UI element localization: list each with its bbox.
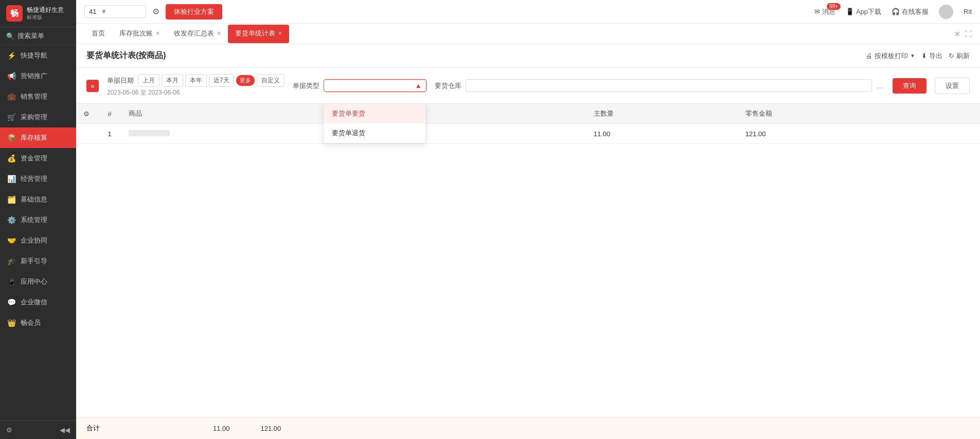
trial-button[interactable]: 体验行业方案	[166, 4, 222, 20]
table-area: ⚙ # 商品 主计量单位 主数量 零售金额 1	[76, 104, 980, 417]
sidebar-item-quick-nav[interactable]: ⚡ 快捷导航	[0, 45, 76, 66]
sidebar-item-basics[interactable]: 🗂️ 基础信息	[0, 189, 76, 210]
last-7days-btn[interactable]: 近7天	[209, 74, 234, 87]
row-num: 1	[97, 124, 122, 144]
operations-icon: 📊	[6, 174, 16, 184]
topbar-left: 41 ▼ ⚙ 体验行业方案	[84, 4, 222, 20]
col-extra-header	[922, 104, 980, 124]
app-icon: 📱	[846, 8, 854, 15]
tab-label: 首页	[92, 29, 105, 38]
search-menu[interactable]: 🔍 搜索菜单	[0, 27, 76, 45]
search-label: 搜索菜单	[17, 31, 44, 41]
logo-icon: 畅	[6, 5, 23, 22]
settings-icon[interactable]: ⚙	[6, 426, 12, 434]
page-header: 要货单统计表(按商品) 🖨 按模板打印 ▼ ⬇ 导出 ↻ 刷新	[76, 44, 980, 68]
sidebar-item-enterprise[interactable]: 🤝 企业协同	[0, 230, 76, 251]
col-amount-header: 零售金额	[739, 104, 922, 124]
expand-window-icon[interactable]: ⛶	[965, 30, 972, 38]
sidebar-item-label: 库存核算	[21, 133, 47, 142]
page-title: 要货单统计表(按商品)	[86, 50, 166, 61]
sidebar-item-operations[interactable]: 📊 经营管理	[0, 169, 76, 189]
tab-home[interactable]: 首页	[84, 25, 112, 43]
more-dates-btn[interactable]: 更多	[236, 75, 255, 86]
topbar-right: ✉ 消息 99+ 📱 App下载 🎧 在线客服 Rit	[814, 5, 972, 19]
logo-name: 畅捷通好生意	[27, 6, 64, 14]
refresh-btn[interactable]: ↻ 刷新	[949, 51, 970, 61]
table-body: 1 块 11.00 121.00	[76, 124, 980, 144]
more-filter-icon[interactable]: …	[876, 81, 884, 90]
type-select-dropdown[interactable]: ▲	[324, 79, 426, 92]
date-range-display: 2023-05-06 至 2023-06-06	[107, 88, 284, 97]
close-window-icon[interactable]: ✕	[954, 30, 960, 38]
col-quantity-header: 主数量	[587, 104, 739, 124]
sidebar-item-finance[interactable]: 💰 资金管理	[0, 148, 76, 169]
sidebar-nav: ⚡ 快捷导航 📢 营销推广 💼 销售管理 🛒 采购管理 📦 库存核算 💰 资金管…	[0, 45, 76, 420]
chevron-down-icon: ▼	[100, 8, 107, 15]
marketing-icon: 📢	[6, 71, 16, 81]
chevron-up-icon: ▲	[415, 82, 422, 89]
dropdown-item-return[interactable]: 要货单退货	[324, 123, 425, 143]
online-service-btn[interactable]: 🎧 在线客服	[892, 7, 929, 16]
tab-close-icon[interactable]: ×	[278, 30, 282, 37]
tab-receive-summary[interactable]: 收发存汇总表 ×	[167, 25, 228, 43]
this-month-btn[interactable]: 本月	[162, 74, 183, 87]
company-name: 41	[89, 8, 96, 15]
expand-filter-btn[interactable]: »	[86, 80, 99, 92]
tab-close-icon[interactable]: ×	[156, 30, 159, 37]
this-year-btn[interactable]: 本年	[185, 74, 207, 87]
dropdown-item-order[interactable]: 要货单要货	[324, 104, 425, 123]
total-label: 合计	[86, 424, 100, 433]
print-icon: 🖨	[866, 52, 872, 60]
sidebar-item-guide[interactable]: 🎓 新手引导	[0, 251, 76, 271]
service-icon: 🎧	[892, 8, 900, 15]
sidebar-item-marketing[interactable]: 📢 营销推广	[0, 66, 76, 86]
company-selector[interactable]: 41 ▼	[84, 5, 146, 18]
last-month-btn[interactable]: 上月	[138, 74, 159, 87]
purchase-icon: 🛒	[6, 112, 16, 122]
tab-close-icon[interactable]: ×	[217, 30, 221, 37]
warehouse-input[interactable]	[466, 79, 872, 92]
data-table: ⚙ # 商品 主计量单位 主数量 零售金额 1	[76, 104, 980, 144]
sidebar-item-purchase[interactable]: 🛒 采购管理	[0, 107, 76, 127]
sidebar-item-app-center[interactable]: 📱 应用中心	[0, 271, 76, 292]
online-service-label: 在线客服	[902, 7, 929, 16]
type-filter-group: 单据类型 ▲	[293, 79, 426, 92]
query-button[interactable]: 查询	[893, 78, 926, 94]
tab-label: 收发存汇总表	[174, 29, 214, 38]
sidebar-item-wechat[interactable]: 💬 企业微信	[0, 292, 76, 313]
wechat-icon: 💬	[6, 297, 16, 307]
col-settings-header[interactable]: ⚙	[76, 104, 97, 124]
app-logo: 畅 畅捷通好生意 标准版	[0, 0, 76, 27]
print-btn[interactable]: 🖨 按模板打印 ▼	[866, 51, 915, 61]
guide-icon: 🎓	[6, 256, 16, 266]
total-row: 合计 11.00 121.00	[76, 417, 980, 439]
sidebar-item-inventory[interactable]: 📦 库存核算	[0, 127, 76, 148]
export-btn[interactable]: ⬇ 导出	[921, 51, 942, 61]
custom-date-btn[interactable]: 自定义	[257, 74, 284, 87]
tab-label: 库存批次账	[119, 29, 153, 38]
tab-batch-account[interactable]: 库存批次账 ×	[112, 25, 167, 43]
sidebar-item-member[interactable]: 👑 畅会员	[0, 313, 76, 333]
sidebar-item-sales[interactable]: 💼 销售管理	[0, 86, 76, 107]
table-row: 1 块 11.00 121.00	[76, 124, 980, 144]
user-avatar[interactable]	[939, 5, 953, 19]
tab-order-stats[interactable]: 要货单统计表 ×	[228, 25, 289, 43]
setup-button[interactable]: 设置	[935, 78, 970, 94]
app-download-btn[interactable]: 📱 App下载	[846, 7, 881, 16]
collapse-icon[interactable]: ◀◀	[60, 426, 70, 434]
app-center-icon: 📱	[6, 277, 16, 287]
date-filter-group: 单据日期 上月 本月 本年 近7天 更多 自定义 2023-05-06 至 20…	[107, 74, 284, 97]
system-icon: ⚙️	[6, 215, 16, 225]
page-content: 要货单统计表(按商品) 🖨 按模板打印 ▼ ⬇ 导出 ↻ 刷新	[76, 44, 980, 439]
messages-btn[interactable]: ✉ 消息 99+	[814, 7, 835, 16]
product-placeholder	[129, 130, 170, 136]
sidebar-bottom: ⚙ ◀◀	[0, 420, 76, 439]
type-filter-label: 单据类型	[293, 81, 319, 90]
sidebar-item-system[interactable]: ⚙️ 系统管理	[0, 210, 76, 230]
sidebar-item-label: 企业微信	[21, 298, 47, 307]
total-amount: 121.00	[261, 425, 281, 432]
type-dropdown-menu: 要货单要货 要货单退货	[323, 103, 426, 143]
finance-icon: 💰	[6, 153, 16, 163]
topbar-settings-icon[interactable]: ⚙	[152, 7, 159, 16]
tab-maximize-controls: ✕ ⛶	[954, 30, 972, 38]
